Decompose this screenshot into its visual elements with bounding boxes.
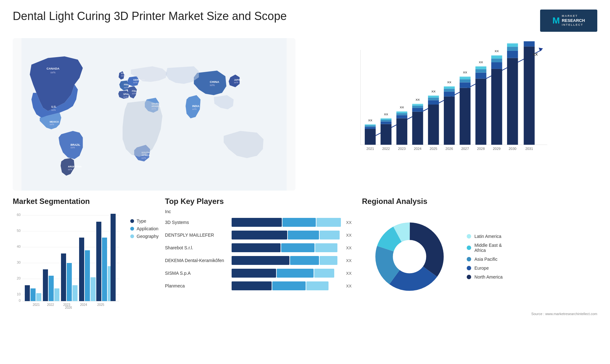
player-name: DEKEMA Dental-Keramikôfen (165, 258, 228, 263)
segmentation-chart: 60 50 40 30 20 10 0 (13, 209, 121, 307)
svg-rect-67 (444, 97, 455, 145)
svg-rect-94 (507, 44, 518, 47)
bar-seg-2 (281, 243, 315, 252)
svg-text:XX: XX (400, 105, 404, 109)
player-value: XX (346, 246, 356, 250)
svg-rect-81 (475, 69, 486, 73)
svg-text:2023: 2023 (398, 147, 406, 151)
logo-line3: INTELLECT (562, 23, 585, 27)
logo-line1: MARKET (562, 14, 585, 18)
svg-rect-41 (365, 124, 376, 125)
player-value: XX (346, 271, 356, 276)
svg-rect-93 (507, 47, 518, 51)
svg-rect-135 (54, 288, 59, 301)
player-name: SISMA S.p.A (165, 271, 228, 276)
svg-rect-76 (460, 77, 471, 79)
player-bar (232, 243, 343, 252)
bar-seg-3 (314, 269, 334, 278)
svg-text:2030: 2030 (509, 147, 516, 151)
svg-rect-57 (412, 106, 423, 108)
svg-rect-133 (43, 269, 48, 301)
svg-rect-53 (396, 111, 407, 112)
bar-seg-3 (320, 231, 340, 239)
svg-rect-74 (460, 82, 471, 88)
svg-text:2024: 2024 (414, 147, 422, 151)
legend-middle-east: Middle East &Africa (467, 243, 503, 253)
svg-rect-131 (36, 293, 41, 301)
bar-seg-2 (288, 231, 319, 239)
latin-america-label: Latin America (474, 234, 501, 239)
bar-seg-2 (272, 281, 306, 290)
svg-text:xx%: xx% (51, 109, 56, 111)
svg-rect-43 (381, 124, 391, 145)
svg-text:XX: XX (463, 71, 467, 74)
svg-text:XX: XX (384, 112, 388, 116)
asia-pacific-label: Asia Pacific (474, 257, 497, 262)
svg-text:XX: XX (495, 49, 499, 53)
bar-seg-3 (320, 256, 337, 265)
seg-legend-application-label: Application (137, 226, 159, 231)
legend-north-america: North America (467, 274, 503, 280)
svg-rect-91 (507, 58, 518, 145)
svg-rect-47 (381, 118, 391, 119)
legend-asia-pacific: Asia Pacific (467, 257, 503, 262)
svg-rect-38 (365, 127, 376, 129)
svg-text:xx%: xx% (132, 92, 136, 95)
seg-legend-application: Application (130, 226, 159, 231)
svg-rect-56 (412, 108, 423, 112)
svg-text:xx%: xx% (50, 123, 54, 126)
bar-seg-1 (232, 231, 287, 239)
svg-text:xx%: xx% (192, 108, 197, 111)
europe-dot (467, 266, 471, 270)
svg-rect-59 (412, 104, 423, 104)
svg-text:2029: 2029 (493, 147, 500, 151)
svg-rect-130 (30, 288, 36, 301)
source-text: Source : www.marketresearchintellect.com (531, 310, 597, 316)
svg-text:60: 60 (17, 213, 21, 217)
svg-text:CANADA: CANADA (46, 67, 59, 70)
logo-line2: RESEARCH (562, 18, 585, 24)
svg-text:2027: 2027 (461, 147, 469, 151)
svg-text:XX: XX (533, 52, 538, 56)
svg-rect-85 (491, 69, 502, 145)
svg-rect-83 (475, 66, 486, 67)
svg-rect-134 (49, 276, 54, 301)
svg-text:U.S.: U.S. (51, 105, 57, 108)
bar-seg-1 (232, 256, 289, 265)
bar-seg-1 (232, 218, 282, 227)
player-value: XX (346, 284, 356, 288)
svg-text:xx%: xx% (133, 81, 138, 84)
svg-text:XX: XX (479, 60, 483, 64)
svg-rect-80 (475, 73, 486, 79)
svg-text:XX: XX (431, 90, 436, 93)
svg-text:xx%: xx% (121, 74, 125, 77)
bar-chart-section: XX XX XX (302, 38, 597, 191)
seg-bottom: 60 50 40 30 20 10 0 (13, 209, 159, 307)
middle-east-label: Middle East &Africa (474, 243, 502, 253)
logo: M MARKET RESEARCH INTELLECT (540, 10, 597, 32)
svg-rect-139 (72, 285, 78, 301)
svg-rect-89 (491, 55, 502, 56)
table-row: Planmeca XX (165, 281, 356, 290)
player-value: XX (346, 233, 356, 238)
table-row: DENTSPLY MAILLEFER XX (165, 231, 356, 239)
svg-rect-68 (444, 91, 455, 96)
player-name: DENTSPLY MAILLEFER (165, 233, 228, 238)
svg-rect-149 (111, 214, 116, 301)
svg-rect-82 (475, 67, 486, 69)
svg-rect-45 (381, 120, 391, 121)
svg-rect-138 (67, 263, 72, 301)
svg-rect-77 (460, 76, 471, 77)
svg-text:2022: 2022 (47, 303, 54, 307)
svg-text:40: 40 (17, 245, 21, 248)
world-map-svg: CANADA xx% U.S. xx% MEXICO xx% BRAZIL xx… (13, 38, 295, 191)
svg-text:30: 30 (17, 260, 21, 264)
europe-label: Europe (474, 266, 489, 271)
logo-text: MARKET RESEARCH INTELLECT (562, 14, 585, 27)
player-bar (232, 269, 343, 278)
svg-text:2021: 2021 (366, 147, 374, 151)
svg-text:xx%: xx% (210, 84, 215, 87)
svg-rect-97 (524, 46, 534, 145)
svg-text:2025: 2025 (430, 147, 437, 151)
bar-seg-1 (232, 281, 272, 290)
